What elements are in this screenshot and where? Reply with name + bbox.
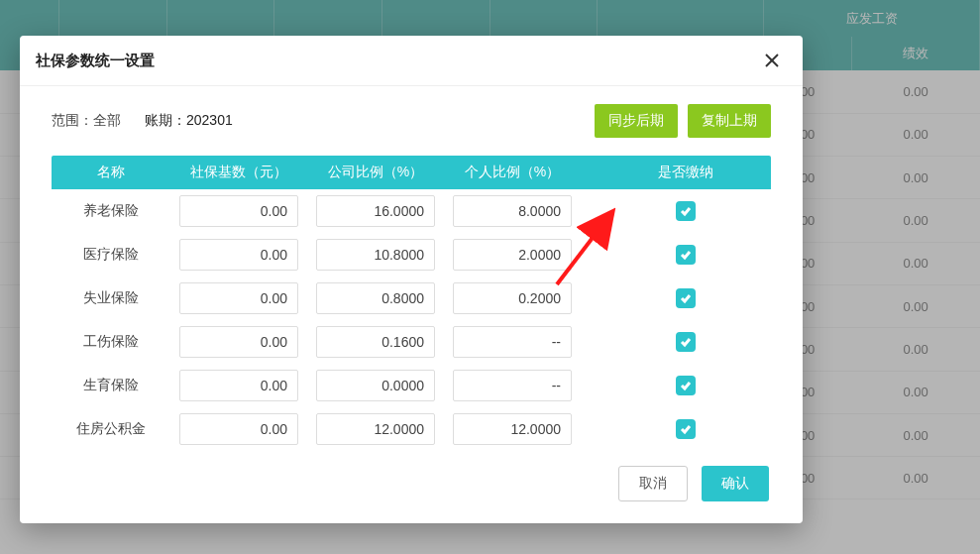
modal-footer: 取消 确认 bbox=[618, 466, 769, 501]
personal-input[interactable] bbox=[453, 239, 572, 271]
close-button[interactable] bbox=[761, 50, 783, 71]
col-company-header: 公司比例（%） bbox=[307, 164, 444, 181]
pay-checkbox[interactable] bbox=[676, 201, 696, 221]
modal-header: 社保参数统一设置 bbox=[20, 36, 803, 86]
check-icon bbox=[680, 380, 692, 391]
base-input[interactable] bbox=[179, 239, 298, 271]
confirm-button[interactable]: 确认 bbox=[702, 466, 769, 501]
col-base-header: 社保基数（元） bbox=[170, 164, 307, 181]
row-name: 住房公积金 bbox=[52, 420, 170, 438]
company-input[interactable] bbox=[316, 370, 435, 401]
row-name: 医疗保险 bbox=[52, 246, 170, 264]
personal-input[interactable] bbox=[453, 282, 572, 314]
col-name-header: 名称 bbox=[52, 164, 170, 181]
check-icon bbox=[680, 336, 692, 348]
company-input[interactable] bbox=[316, 239, 435, 271]
param-table-header: 名称 社保基数（元） 公司比例（%） 个人比例（%） 是否缴纳 bbox=[52, 156, 771, 189]
param-row: 失业保险 bbox=[52, 277, 771, 320]
company-input[interactable] bbox=[316, 326, 435, 358]
pay-checkbox[interactable] bbox=[676, 245, 696, 265]
row-name: 养老保险 bbox=[52, 202, 170, 220]
cancel-button[interactable]: 取消 bbox=[618, 466, 688, 501]
pay-checkbox[interactable] bbox=[676, 419, 696, 439]
param-row: 工伤保险 bbox=[52, 320, 771, 364]
base-input[interactable] bbox=[179, 282, 298, 314]
base-input[interactable] bbox=[179, 326, 298, 358]
row-name: 生育保险 bbox=[52, 377, 170, 394]
company-input[interactable] bbox=[316, 282, 435, 314]
check-icon bbox=[680, 205, 692, 217]
personal-input[interactable] bbox=[453, 326, 572, 358]
col-personal-header: 个人比例（%） bbox=[444, 164, 581, 181]
company-input[interactable] bbox=[316, 195, 435, 227]
pay-checkbox[interactable] bbox=[676, 376, 696, 395]
base-input[interactable] bbox=[179, 195, 298, 227]
row-name: 工伤保险 bbox=[52, 333, 170, 351]
social-insurance-modal: 社保参数统一设置 范围：全部 账期：202301 同步后期 复制上期 名称 社保… bbox=[20, 36, 803, 523]
param-row: 住房公积金 bbox=[52, 407, 771, 451]
col-pay-header: 是否缴纳 bbox=[600, 164, 771, 181]
base-input[interactable] bbox=[179, 413, 298, 445]
modal-toolbar: 范围：全部 账期：202301 同步后期 复制上期 bbox=[52, 104, 771, 138]
check-icon bbox=[680, 292, 692, 304]
sync-later-button[interactable]: 同步后期 bbox=[595, 104, 678, 138]
param-row: 养老保险 bbox=[52, 189, 771, 233]
modal-title: 社保参数统一设置 bbox=[36, 52, 155, 70]
personal-input[interactable] bbox=[453, 370, 572, 401]
scope-text: 范围：全部 bbox=[52, 112, 121, 130]
pay-checkbox[interactable] bbox=[676, 332, 696, 352]
personal-input[interactable] bbox=[453, 195, 572, 227]
company-input[interactable] bbox=[316, 413, 435, 445]
param-table: 名称 社保基数（元） 公司比例（%） 个人比例（%） 是否缴纳 养老保险医疗保险… bbox=[52, 156, 771, 451]
close-icon bbox=[765, 54, 779, 67]
personal-input[interactable] bbox=[453, 413, 572, 445]
period-text: 账期：202301 bbox=[145, 112, 233, 130]
base-input[interactable] bbox=[179, 370, 298, 401]
pay-checkbox[interactable] bbox=[676, 288, 696, 308]
row-name: 失业保险 bbox=[52, 289, 170, 307]
check-icon bbox=[680, 423, 692, 435]
param-row: 生育保险 bbox=[52, 364, 771, 407]
copy-previous-button[interactable]: 复制上期 bbox=[688, 104, 771, 138]
param-row: 医疗保险 bbox=[52, 233, 771, 277]
check-icon bbox=[680, 249, 692, 261]
